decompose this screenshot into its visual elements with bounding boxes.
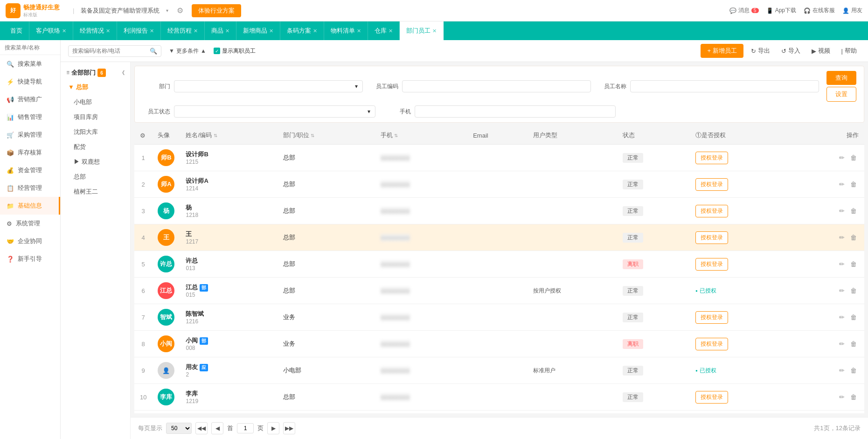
delete-icon[interactable]: 🗑 <box>848 181 859 188</box>
tab-add-goods[interactable]: 新增商品 ✕ <box>236 21 280 40</box>
auth-btn[interactable]: 授权登录 <box>695 231 728 244</box>
edit-icon[interactable]: ✏ <box>837 367 847 374</box>
user-btn[interactable]: 👤 用友 <box>842 7 862 14</box>
emp-status-select[interactable]: ▾ <box>174 105 375 118</box>
tab-barcode[interactable]: 条码方案 ✕ <box>280 21 324 40</box>
auth-btn[interactable]: 授权登录 <box>695 178 728 191</box>
dept-item-shenyang[interactable]: 沈阳大库 <box>61 125 130 139</box>
phone-input[interactable] <box>415 105 616 118</box>
delete-icon[interactable]: 🗑 <box>848 340 859 348</box>
service-btn[interactable]: 🎧 在线客服 <box>804 7 835 14</box>
dept-item-distribution[interactable]: 配货 <box>61 139 130 154</box>
col-authorized: ①是否授权 <box>690 126 790 145</box>
edit-icon[interactable]: ✏ <box>837 207 847 215</box>
avatar: 小闽 <box>158 335 174 352</box>
auth-btn[interactable]: 授权登录 <box>695 311 728 324</box>
employee-search-input[interactable] <box>72 48 147 54</box>
edit-icon[interactable]: ✏ <box>837 154 847 161</box>
app-download-btn[interactable]: 📱 App下载 <box>766 7 796 14</box>
delete-icon[interactable]: 🗑 <box>848 234 859 241</box>
delete-icon[interactable]: 🗑 <box>848 314 859 321</box>
search-btn[interactable]: 查询 <box>826 71 856 85</box>
dept-item-hq[interactable]: 总部 <box>61 169 130 184</box>
auth-btn[interactable]: 授权登录 <box>695 258 728 271</box>
sidebar-item-sales[interactable]: 📊 销售管理 <box>0 108 60 126</box>
edit-icon[interactable]: ✏ <box>837 314 847 321</box>
sidebar-item-marketing[interactable]: 📢 营销推广 <box>0 91 60 108</box>
page-size-select[interactable]: 50 100 <box>166 423 192 434</box>
auth-btn[interactable]: 授权登录 <box>695 391 728 404</box>
auth-btn[interactable]: 授权登录 <box>695 152 728 164</box>
dept-item-project[interactable]: 项目库房 <box>61 110 130 125</box>
page-input[interactable] <box>237 423 254 433</box>
tab-profit[interactable]: 利润报告 ✕ <box>117 21 161 40</box>
import-btn[interactable]: ↺ 导入 <box>778 44 804 57</box>
delete-icon[interactable]: 🗑 <box>848 367 859 374</box>
dept-item-hq-parent[interactable]: ▼ 总部 <box>61 80 130 95</box>
row-email <box>467 251 528 278</box>
next-page-btn[interactable]: ▶ <box>267 422 279 434</box>
show-resigned-checkbox[interactable]: ✓ <box>214 48 220 54</box>
edit-icon[interactable]: ✏ <box>837 234 847 241</box>
delete-icon[interactable]: 🗑 <box>848 260 859 268</box>
sidebar-item-collab[interactable]: 🤝 企业协同 <box>0 232 60 250</box>
emp-code-input[interactable] <box>402 80 591 92</box>
col-dept[interactable]: 部门/职位 ⇅ <box>278 126 375 145</box>
page-total: 共1页，12条记录 <box>814 424 861 432</box>
delete-icon[interactable]: 🗑 <box>848 154 859 161</box>
auth-btn[interactable]: 授权登录 <box>695 205 728 217</box>
prev-page-btn[interactable]: ◀ <box>211 422 223 434</box>
auth-btn[interactable]: 授权登录 <box>695 338 728 350</box>
edit-icon[interactable]: ✏ <box>837 287 847 294</box>
sidebar-item-nav[interactable]: ⚡ 快捷导航 <box>0 73 60 91</box>
sidebar-item-purchase[interactable]: 🛒 采购管理 <box>0 126 60 144</box>
dept-item-xd[interactable]: 小电部 <box>61 95 130 110</box>
sidebar-search-input[interactable] <box>5 44 61 51</box>
col-phone[interactable]: 手机 ⇅ <box>375 126 468 145</box>
video-btn[interactable]: ▶ 视频 <box>808 44 834 57</box>
delete-icon[interactable]: 🗑 <box>848 207 859 215</box>
try-btn[interactable]: 体验行业方案 <box>192 4 241 17</box>
tab-goods[interactable]: 商品 ✕ <box>205 21 236 40</box>
table-settings-icon[interactable]: ⚙ <box>140 132 146 139</box>
col-settings[interactable]: ⚙ <box>134 126 152 145</box>
sidebar-item-basic[interactable]: 📁 基础信息 <box>0 197 60 215</box>
sidebar-item-guide[interactable]: ❓ 新手引导 <box>0 250 60 268</box>
col-name[interactable]: 姓名/编码 ⇅ <box>180 126 278 145</box>
dept-item-shuangluxiang[interactable]: ▶ 双鹿想 <box>61 154 130 169</box>
dept-select[interactable]: ▾ <box>174 80 363 92</box>
dept-collapse-btn[interactable]: 《 <box>119 70 125 77</box>
emp-name-input[interactable] <box>630 80 819 92</box>
tab-history[interactable]: 经营历程 ✕ <box>161 21 205 40</box>
dept-item-zhishu[interactable]: 植树王二 <box>61 184 130 199</box>
tab-dept-employee[interactable]: 部门员工 ✕ <box>400 21 444 40</box>
system-title-arrow[interactable]: ▾ <box>166 8 168 13</box>
export-btn[interactable]: ↻ 导出 <box>747 44 774 57</box>
sidebar-item-ops[interactable]: 📋 经营管理 <box>0 179 60 197</box>
first-page-btn[interactable]: ◀◀ <box>195 422 208 434</box>
edit-icon[interactable]: ✏ <box>837 340 847 348</box>
tab-customer[interactable]: 客户联络 ✕ <box>29 21 73 40</box>
more-filter-btn[interactable]: ▼ 更多条件 ▲ <box>165 45 210 57</box>
edit-icon[interactable]: ✏ <box>837 260 847 268</box>
help-btn[interactable]: | 帮助 <box>838 44 861 57</box>
delete-icon[interactable]: 🗑 <box>848 287 859 294</box>
add-employee-btn[interactable]: + 新增员工 <box>701 44 743 58</box>
dept-edit-icon[interactable]: 6 <box>97 69 106 77</box>
tab-operation[interactable]: 经营情况 ✕ <box>73 21 117 40</box>
tab-home[interactable]: 首页 <box>4 21 29 40</box>
sidebar-item-search[interactable]: 🔍 搜索菜单 <box>0 55 60 73</box>
last-page-btn[interactable]: ▶▶ <box>283 422 295 434</box>
settings-icon[interactable]: ⚙ <box>177 6 183 15</box>
sidebar-item-inventory[interactable]: 📦 库存核算 <box>0 144 60 161</box>
edit-icon[interactable]: ✏ <box>837 181 847 188</box>
tab-bom[interactable]: 物料清单 ✕ <box>324 21 368 40</box>
reset-btn[interactable]: 设置 <box>826 87 856 102</box>
sidebar-item-system[interactable]: ⚙ 系统管理 <box>0 215 60 232</box>
show-resigned-toggle[interactable]: ✓ 显示离职员工 <box>214 47 256 55</box>
delete-icon[interactable]: 🗑 <box>848 393 859 401</box>
message-btn[interactable]: 💬 消息 5 <box>729 7 759 14</box>
edit-icon[interactable]: ✏ <box>837 393 847 401</box>
sidebar-item-finance[interactable]: 💰 资金管理 <box>0 161 60 179</box>
tab-warehouse[interactable]: 仓库 ✕ <box>368 21 400 40</box>
